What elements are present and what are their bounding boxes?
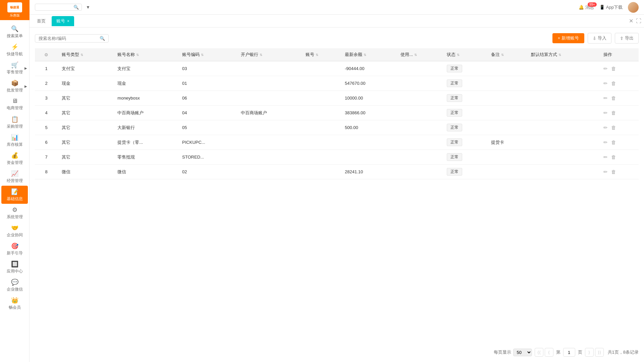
- cell-account-6: [302, 150, 341, 165]
- page-size-select-input[interactable]: 102050100: [513, 349, 532, 356]
- import-button[interactable]: ⇩ 导入: [588, 33, 611, 44]
- messages-badge: 99+: [588, 2, 597, 7]
- next-page-button[interactable]: ⟩: [585, 348, 594, 357]
- delete-icon-6[interactable]: 🗑: [611, 154, 616, 160]
- status-badge-3: 正常: [447, 109, 462, 117]
- page-size-selector[interactable]: 每页显示 102050100: [494, 349, 532, 356]
- th-account: 账号⇅: [302, 48, 341, 61]
- edit-icon-3[interactable]: ✏: [603, 110, 608, 116]
- cell-id-3: 4: [35, 106, 58, 120]
- account-search-box[interactable]: 🔍: [35, 34, 109, 43]
- cell-note-2: [487, 91, 527, 106]
- export-label: 导出: [625, 35, 634, 41]
- sidebar-item-资金管理[interactable]: 💰 资金管理: [0, 149, 29, 168]
- cell-balance-2: 10000.00: [341, 91, 396, 106]
- nav-icon-15: 👑: [11, 297, 18, 304]
- sort-name-icon[interactable]: ⇅: [136, 53, 139, 57]
- tab-close-1[interactable]: ×: [67, 19, 69, 23]
- status-badge-6: 正常: [447, 153, 462, 161]
- th-balance: 最新余额⇅: [341, 48, 396, 61]
- app-download-button[interactable]: 📱 App下载: [599, 4, 623, 10]
- sidebar-item-系统管理[interactable]: ⚙ 系统管理: [0, 204, 29, 222]
- cell-id-2: 3: [35, 91, 58, 106]
- cell-id-1: 2: [35, 76, 58, 91]
- user-avatar[interactable]: [628, 2, 639, 13]
- th-actions: 操作: [599, 48, 639, 61]
- edit-icon-5[interactable]: ✏: [603, 139, 608, 145]
- sidebar-item-搜索菜单[interactable]: 🔍 搜索菜单: [0, 23, 29, 41]
- header-search-box[interactable]: 🔍: [35, 4, 82, 11]
- nav-label-1: 快捷导航: [7, 51, 23, 57]
- messages-button[interactable]: 🔔 消息 99+: [579, 4, 594, 10]
- th-note: 备注⇅: [487, 48, 527, 61]
- delete-icon-2[interactable]: 🗑: [611, 95, 616, 101]
- settings-icon[interactable]: ⚙: [44, 52, 48, 57]
- delete-icon-4[interactable]: 🗑: [611, 125, 616, 130]
- edit-icon-4[interactable]: ✏: [603, 125, 608, 131]
- sidebar-item-电商管理[interactable]: 🖥 电商管理: [0, 95, 29, 113]
- sort-bank-icon[interactable]: ⇅: [260, 53, 262, 57]
- sort-code-icon[interactable]: ⇅: [201, 53, 204, 57]
- sidebar-item-库存核算[interactable]: 📊 库存核算: [0, 131, 29, 149]
- sort-balance-icon[interactable]: ⇅: [364, 53, 366, 57]
- delete-icon-3[interactable]: 🗑: [611, 110, 616, 116]
- prev-page-button[interactable]: ⟨: [545, 348, 553, 357]
- sort-note-icon[interactable]: ⇅: [501, 53, 504, 57]
- nav-icon-11: 🤝: [11, 224, 18, 232]
- sort-settle-icon[interactable]: ⇅: [558, 53, 561, 57]
- nav-icon-1: ⚡: [11, 43, 18, 51]
- cell-actions-2: ✏ 🗑: [599, 91, 639, 106]
- page-number-input[interactable]: [563, 348, 575, 357]
- tab-首页[interactable]: 首页: [32, 16, 50, 26]
- tab-close-all-icon[interactable]: ✕: [629, 18, 633, 24]
- edit-icon-7[interactable]: ✏: [603, 169, 608, 175]
- header-search-input[interactable]: [38, 5, 73, 10]
- cell-status-3: 正常: [443, 106, 487, 120]
- cell-default-settle-5: [527, 135, 599, 150]
- cell-name-7: 微信: [113, 165, 178, 179]
- nav-label-3: 批发管理: [7, 87, 23, 93]
- sidebar-item-经营管理[interactable]: 📈 经营管理: [0, 168, 29, 186]
- nav-arrow-2: ▶: [24, 66, 27, 70]
- cell-account-3: [302, 106, 341, 120]
- edit-icon-1[interactable]: ✏: [603, 80, 608, 86]
- sidebar-item-企业协同[interactable]: 🤝 企业协同: [0, 222, 29, 240]
- last-page-button[interactable]: ⟩⟩: [595, 348, 604, 357]
- export-button[interactable]: ⇧ 导出: [615, 33, 639, 44]
- sidebar-item-快捷导航[interactable]: ⚡ 快捷导航: [0, 41, 29, 59]
- sidebar-item-企业微信[interactable]: 💬 企业微信: [0, 276, 29, 294]
- edit-icon-0[interactable]: ✏: [603, 66, 608, 72]
- sidebar-item-零售管理[interactable]: 🛒 零售管理 ▶: [0, 59, 29, 77]
- sort-usage-icon[interactable]: ⇅: [414, 53, 417, 57]
- sidebar-item-新手引导[interactable]: 🎯 新手引导: [0, 240, 29, 258]
- delete-icon-7[interactable]: 🗑: [611, 169, 616, 175]
- tab-expand-icon[interactable]: ⛶: [636, 18, 641, 24]
- page-nav: ⟨⟨ ⟨ 第 页 ⟩ ⟩⟩ 共1页，8条记录: [535, 348, 639, 357]
- header-dropdown[interactable]: ▼: [86, 5, 90, 10]
- delete-icon-0[interactable]: 🗑: [611, 66, 616, 71]
- logo-subtext: 乐惠版: [10, 13, 20, 18]
- nav-icon-14: 💬: [11, 279, 18, 286]
- cell-name-2: moneybosx: [113, 91, 178, 106]
- sidebar-item-批发管理[interactable]: 📦 批发管理 ▶: [0, 77, 29, 95]
- tab-账号[interactable]: 账号×: [52, 16, 74, 26]
- delete-icon-1[interactable]: 🗑: [611, 80, 616, 86]
- edit-icon-2[interactable]: ✏: [603, 95, 608, 101]
- sort-status-icon[interactable]: ⇅: [457, 53, 460, 57]
- account-search-input[interactable]: [39, 36, 98, 41]
- cell-type-7: 微信: [58, 165, 113, 179]
- nav-icon-8: 📈: [11, 170, 18, 177]
- cell-id-0: 1: [35, 61, 58, 76]
- sidebar-item-应用中心[interactable]: 🔲 应用中心: [0, 258, 29, 276]
- table-row: 3 其它 moneybosx 06 10000.00 正常 ✏ 🗑: [35, 91, 639, 106]
- header-search-icon: 🔍: [73, 5, 79, 10]
- sort-account-icon[interactable]: ⇅: [316, 53, 318, 57]
- sidebar-item-畅会员[interactable]: 👑 畅会员: [0, 294, 29, 312]
- sidebar-item-基础信息[interactable]: 📝 基础信息: [1, 186, 28, 204]
- delete-icon-5[interactable]: 🗑: [611, 139, 616, 145]
- sort-type-icon[interactable]: ⇅: [80, 53, 83, 57]
- add-account-button[interactable]: + 新增账号: [552, 33, 584, 43]
- edit-icon-6[interactable]: ✏: [603, 154, 608, 160]
- sidebar-item-采购管理[interactable]: 📋 采购管理: [0, 113, 29, 131]
- first-page-button[interactable]: ⟨⟨: [535, 348, 543, 357]
